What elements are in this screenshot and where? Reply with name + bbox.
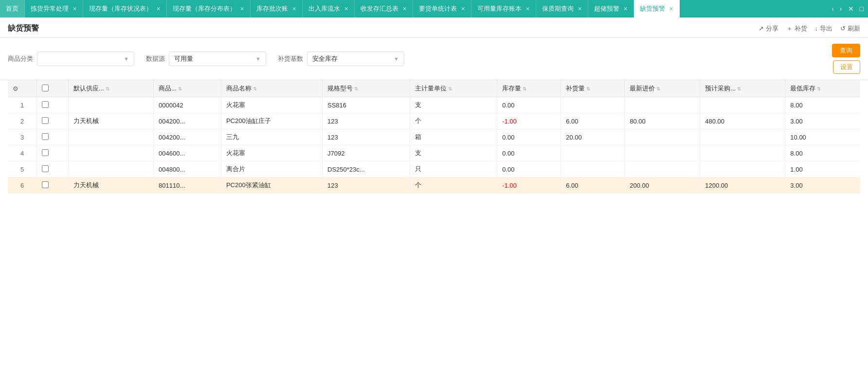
tab-close-collect[interactable]: ✕ xyxy=(402,6,407,12)
row-checkbox-cell xyxy=(37,177,69,194)
tab-shortage[interactable]: 缺货预警✕ xyxy=(634,0,680,18)
row-spec: 123 xyxy=(323,113,410,129)
tab-label-expiry: 保质期查询 xyxy=(542,4,574,13)
tab-batch[interactable]: 库存批次账✕ xyxy=(251,0,303,18)
row-est-purchase xyxy=(700,97,785,113)
row-checkbox[interactable] xyxy=(42,165,49,172)
col-header-replenish[interactable]: 补货量 ⇅ xyxy=(561,80,625,97)
replenish-base-select[interactable]: 安全库存 ▼ xyxy=(307,52,404,66)
select-all-checkbox[interactable] xyxy=(42,85,49,91)
row-product-code: 004600... xyxy=(154,145,221,161)
next-tab-btn[interactable]: › xyxy=(837,4,845,14)
tab-inout[interactable]: 出入库流水✕ xyxy=(303,0,355,18)
col-sort-supplier[interactable]: 默认供应... ⇅ xyxy=(73,84,148,93)
tab-close-inventory-dist[interactable]: ✕ xyxy=(240,6,244,12)
row-replenish: 20.00 xyxy=(561,129,625,145)
row-checkbox[interactable] xyxy=(42,101,49,108)
col-header-unit[interactable]: 主计量单位 ⇅ xyxy=(410,80,497,97)
col-sort-est_purchase[interactable]: 预计采购... ⇅ xyxy=(705,84,780,93)
prev-tab-btn[interactable]: ‹ xyxy=(829,4,836,14)
col-header-stock[interactable]: 库存量 ⇅ xyxy=(497,80,561,97)
row-product-code: 004200... xyxy=(154,113,221,129)
row-min-stock: 3.00 xyxy=(785,177,860,194)
col-sort-spec[interactable]: 规格型号 ⇅ xyxy=(327,84,405,93)
tab-close-overstock[interactable]: ✕ xyxy=(623,6,628,12)
row-est-purchase xyxy=(700,129,785,145)
share-icon: ↗ xyxy=(759,25,764,32)
col-label-latest_price: 最新进价 xyxy=(630,84,655,93)
col-header-supplier[interactable]: 默认供应... ⇅ xyxy=(69,80,154,97)
row-min-stock: 1.00 xyxy=(785,161,860,177)
datasource-select-value: 可用量 xyxy=(174,54,193,63)
col-sort-min_stock[interactable]: 最低库存 ⇅ xyxy=(790,84,855,93)
col-sort-latest_price[interactable]: 最新进价 ⇅ xyxy=(630,84,695,93)
tab-close-abnormal[interactable]: ✕ xyxy=(72,6,77,12)
maximize-btn[interactable]: □ xyxy=(857,4,866,14)
tab-inventory-status[interactable]: 现存量（库存状况表）✕ xyxy=(83,0,167,18)
tab-available[interactable]: 可用量库存账本✕ xyxy=(471,0,536,18)
tab-close-expiry[interactable]: ✕ xyxy=(578,6,582,12)
col-sort-unit[interactable]: 主计量单位 ⇅ xyxy=(415,84,492,93)
row-num: 1 xyxy=(8,97,37,113)
col-sort-stock[interactable]: 库存量 ⇅ xyxy=(502,84,556,93)
replenish-btn[interactable]: ＋ 补货 xyxy=(786,24,807,33)
gear-icon[interactable]: ⚙ xyxy=(13,85,18,92)
export-icon: ↓ xyxy=(815,25,818,32)
row-replenish xyxy=(561,161,625,177)
tab-overstock[interactable]: 超储预警✕ xyxy=(588,0,634,18)
row-stock: 0.00 xyxy=(497,161,561,177)
tab-label-batch: 库存批次账 xyxy=(256,4,288,13)
settings-button[interactable]: 设置 xyxy=(833,60,860,74)
row-checkbox-cell xyxy=(37,161,69,177)
col-header-latest_price[interactable]: 最新进价 ⇅ xyxy=(625,80,700,97)
tab-label-requisition: 要货单统计表 xyxy=(419,4,457,13)
tab-abnormal[interactable]: 拣货异常处理✕ xyxy=(25,0,83,18)
tab-collect[interactable]: 收发存汇总表✕ xyxy=(355,0,413,18)
category-select[interactable]: ▼ xyxy=(37,52,134,66)
row-product-name: PC200张紧油缸 xyxy=(221,177,322,194)
tab-label-shortage: 缺货预警 xyxy=(640,4,665,13)
tab-expiry[interactable]: 保质期查询✕ xyxy=(536,0,588,18)
col-header-product_code[interactable]: 商品... ⇅ xyxy=(154,80,221,97)
tab-close-batch[interactable]: ✕ xyxy=(292,6,296,12)
col-sort-product_code[interactable]: 商品... ⇅ xyxy=(159,84,216,93)
row-checkbox[interactable] xyxy=(42,117,49,124)
col-sort-product_name[interactable]: 商品名称 ⇅ xyxy=(226,84,317,93)
col-header-est_purchase[interactable]: 预计采购... ⇅ xyxy=(700,80,785,97)
row-latest-price xyxy=(625,129,700,145)
row-checkbox[interactable] xyxy=(42,149,49,156)
row-checkbox[interactable] xyxy=(42,181,49,188)
tab-label-collect: 收发存汇总表 xyxy=(361,4,398,13)
col-header-min_stock[interactable]: 最低库存 ⇅ xyxy=(785,80,860,97)
tab-close-requisition[interactable]: ✕ xyxy=(461,6,465,12)
export-btn[interactable]: ↓ 导出 xyxy=(815,24,833,33)
share-btn[interactable]: ↗ 分享 xyxy=(759,24,778,33)
col-header-product_name[interactable]: 商品名称 ⇅ xyxy=(221,80,322,97)
row-min-stock: 3.00 xyxy=(785,113,860,129)
row-unit: 支 xyxy=(410,97,497,113)
tab-inventory-dist[interactable]: 现存量（库存分布表）✕ xyxy=(167,0,251,18)
tab-close-inout[interactable]: ✕ xyxy=(344,6,348,12)
row-num: 3 xyxy=(8,129,37,145)
col-header-spec[interactable]: 规格型号 ⇅ xyxy=(323,80,410,97)
close-window-btn[interactable]: ✕ xyxy=(846,4,856,14)
tab-requisition[interactable]: 要货单统计表✕ xyxy=(413,0,471,18)
query-button[interactable]: 查询 xyxy=(832,44,860,57)
row-checkbox[interactable] xyxy=(42,133,49,140)
datasource-select[interactable]: 可用量 ▼ xyxy=(169,52,266,66)
sort-icon-unit: ⇅ xyxy=(448,86,452,91)
tab-close-inventory-status[interactable]: ✕ xyxy=(156,6,161,12)
row-latest-price xyxy=(625,97,700,113)
sort-icon-replenish: ⇅ xyxy=(586,86,590,91)
row-checkbox-cell xyxy=(37,97,69,113)
filter-bar: 商品分类 ▼ 数据源 可用量 ▼ 补货基数 安全库存 ▼ 查询 设置 xyxy=(0,38,868,80)
row-product-name: PC200油缸庄子 xyxy=(221,113,322,129)
tab-home[interactable]: 首页 xyxy=(0,0,25,18)
row-spec: DS250*23c... xyxy=(323,161,410,177)
refresh-btn[interactable]: ↺ 刷新 xyxy=(840,24,860,33)
row-num: 6 xyxy=(8,177,37,194)
col-label-min_stock: 最低库存 xyxy=(790,84,815,93)
col-sort-replenish[interactable]: 补货量 ⇅ xyxy=(566,84,619,93)
tab-close-shortage[interactable]: ✕ xyxy=(669,6,673,12)
tab-close-available[interactable]: ✕ xyxy=(525,6,530,12)
